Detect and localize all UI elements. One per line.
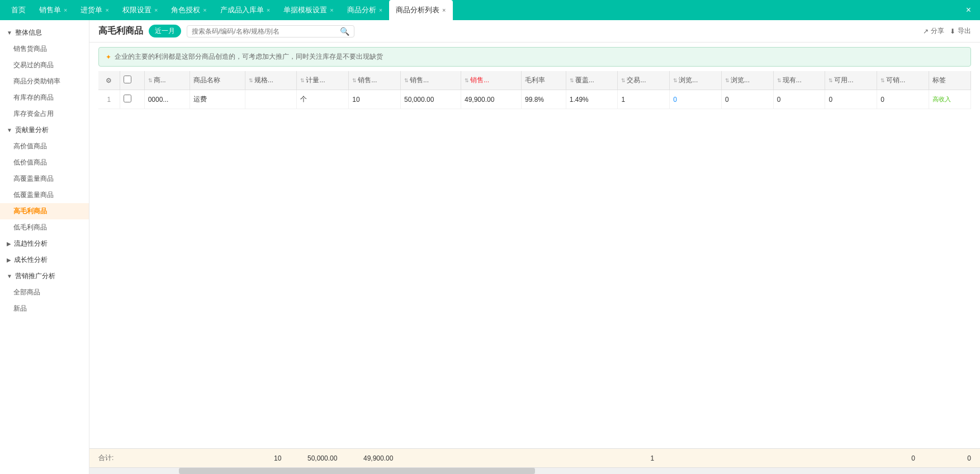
scrollbar-thumb[interactable] (179, 468, 535, 474)
row-available-stock: 0 (825, 90, 877, 109)
col-name[interactable]: 商品名称 (190, 71, 245, 90)
sort-icon-browse2: ⇅ (725, 78, 730, 83)
row-checkbox[interactable] (120, 90, 144, 109)
nav-home[interactable]: 首页 (4, 0, 32, 20)
sidebar-item-low-value[interactable]: 低价值商品 (0, 154, 89, 171)
col-sales-profit[interactable]: ⇅销售... (461, 71, 522, 90)
col-sales-amount[interactable]: ⇅销售... (400, 71, 461, 90)
footer-label: 合计: (98, 453, 113, 463)
sidebar-group-growth[interactable]: ▶ 成长性分析 (0, 252, 89, 268)
row-sales-qty: 10 (349, 90, 401, 109)
col-settings[interactable]: ⚙ (98, 71, 120, 90)
col-sellable[interactable]: ⇅可销... (877, 71, 929, 90)
select-all-checkbox[interactable] (124, 76, 131, 83)
settings-icon[interactable]: ⚙ (106, 77, 112, 85)
sort-icon-code: ⇅ (148, 78, 153, 83)
col-tag[interactable]: 标签 (929, 71, 970, 90)
sort-icon-browse1: ⇅ (673, 78, 678, 83)
close-role-auth[interactable]: × (203, 7, 206, 13)
nav-product-analysis-list[interactable]: 商品分析列表 × (389, 0, 452, 20)
info-banner: ✦ 企业的主要的利润都是这部分商品创造的，可考虑加大推广，同时关注库存是不要出现… (98, 47, 971, 67)
row-coverage: 1.49% (566, 90, 618, 109)
footer-sales-qty: 10 (236, 454, 281, 462)
close-product-inbound[interactable]: × (267, 7, 270, 13)
sidebar-item-stock-capital[interactable]: 库存资金占用 (0, 106, 89, 122)
close-sales-order[interactable]: × (64, 7, 67, 13)
sidebar-item-new-goods[interactable]: 新品 (0, 301, 89, 317)
sort-icon-transaction: ⇅ (621, 78, 626, 83)
close-purchase-order[interactable]: × (105, 7, 108, 13)
row-tag: 高收入 (929, 90, 970, 109)
sort-icon-available-stock: ⇅ (828, 78, 833, 83)
row-num: 1 (98, 90, 120, 109)
sidebar-group-marketing[interactable]: ▼ 营销推广分析 (0, 268, 89, 284)
row-sellable: 0 (877, 90, 929, 109)
close-product-analysis[interactable]: × (379, 7, 382, 13)
col-transaction[interactable]: ⇅交易... (618, 71, 670, 90)
main-layout: ▼ 整体信息 销售货商品 交易过的商品 商品分类助销率 有库存的商品 库存资金占… (0, 20, 980, 474)
nav-permission-settings[interactable]: 权限设置 × (116, 0, 164, 20)
share-button[interactable]: ↗ 分享 (923, 26, 944, 36)
sort-icon-spec: ⇅ (249, 78, 253, 83)
product-table: ⚙ ⇅商... 商品名称 ⇅规格... ⇅计量... ⇅销售... ⇅销售...… (98, 71, 971, 109)
col-browse1[interactable]: ⇅浏览... (670, 71, 722, 90)
row-spec (245, 90, 297, 109)
nav-product-analysis[interactable]: 商品分析 × (340, 0, 389, 20)
col-current-stock[interactable]: ⇅现有... (773, 71, 825, 90)
nav-sales-order[interactable]: 销售单 × (32, 0, 74, 20)
sort-icon-current-stock: ⇅ (777, 78, 782, 83)
sidebar-group-contribution[interactable]: ▼ 贡献量分析 (0, 122, 89, 138)
sidebar-item-low-coverage[interactable]: 低覆盖量商品 (0, 187, 89, 203)
sidebar-item-high-margin[interactable]: 高毛利商品 (0, 203, 89, 219)
arrow-flow: ▶ (7, 241, 11, 247)
content-header: 高毛利商品 近一月 🔍 ↗ 分享 ⬇ 导出 (89, 20, 980, 43)
sort-icon-unit: ⇅ (300, 78, 305, 83)
col-unit[interactable]: ⇅计量... (297, 71, 349, 90)
col-spec[interactable]: ⇅规格... (245, 71, 297, 90)
sidebar-item-category-rate[interactable]: 商品分类助销率 (0, 73, 89, 90)
close-product-analysis-list[interactable]: × (442, 7, 446, 13)
export-button[interactable]: ⬇ 导出 (950, 26, 971, 36)
col-code[interactable]: ⇅商... (144, 71, 190, 90)
horizontal-scrollbar[interactable] (89, 467, 980, 474)
close-permission-settings[interactable]: × (154, 7, 158, 13)
col-gross-margin[interactable]: 毛利率 (522, 71, 566, 90)
sidebar-item-high-coverage[interactable]: 高覆盖量商品 (0, 171, 89, 187)
sidebar-item-sales-goods[interactable]: 销售货商品 (0, 41, 89, 57)
col-browse2[interactable]: ⇅浏览... (721, 71, 773, 90)
sidebar-item-all-goods[interactable]: 全部商品 (0, 284, 89, 301)
row-gross-margin: 99.8% (522, 90, 566, 109)
close-template-settings[interactable]: × (330, 7, 333, 13)
header-actions: ↗ 分享 ⬇ 导出 (923, 26, 971, 36)
sidebar-item-in-stock[interactable]: 有库存的商品 (0, 90, 89, 106)
arrow-overall: ▼ (7, 30, 12, 36)
sidebar: ▼ 整体信息 销售货商品 交易过的商品 商品分类助销率 有库存的商品 库存资金占… (0, 20, 89, 474)
search-box: 🔍 (187, 25, 354, 37)
nav-product-inbound[interactable]: 产成品入库单 × (214, 0, 277, 20)
nav-role-auth[interactable]: 角色授权 × (164, 0, 213, 20)
row-name: 运费 (190, 90, 245, 109)
sidebar-item-traded-goods[interactable]: 交易过的商品 (0, 57, 89, 73)
nav-template-settings[interactable]: 单据模板设置 × (277, 0, 340, 20)
col-coverage[interactable]: ⇅覆盖... (566, 71, 618, 90)
search-icon[interactable]: 🔍 (340, 27, 349, 36)
search-input[interactable] (192, 27, 340, 35)
col-sales-qty[interactable]: ⇅销售... (349, 71, 401, 90)
footer-sales-profit: 49,900.00 (348, 454, 393, 462)
table-container[interactable]: ⚙ ⇅商... 商品名称 ⇅规格... ⇅计量... ⇅销售... ⇅销售...… (89, 71, 980, 448)
sidebar-item-high-value[interactable]: 高价值商品 (0, 138, 89, 154)
nav-purchase-order[interactable]: 进货单 × (74, 0, 115, 20)
sidebar-item-low-margin[interactable]: 低毛利商品 (0, 219, 89, 236)
col-available-stock[interactable]: ⇅可用... (825, 71, 877, 90)
sidebar-group-overall[interactable]: ▼ 整体信息 (0, 25, 89, 41)
info-icon: ✦ (106, 53, 111, 61)
row-browse2: 0 (721, 90, 773, 109)
filter-recent-month[interactable]: 近一月 (149, 25, 181, 37)
close-all-tabs[interactable]: × (962, 5, 976, 15)
sort-icon-sales-amount: ⇅ (404, 78, 409, 83)
row-browse1[interactable]: 0 (670, 90, 722, 109)
footer-transaction: 1 (609, 454, 654, 462)
arrow-marketing: ▼ (7, 273, 12, 279)
sidebar-group-flow[interactable]: ▶ 流趋性分析 (0, 236, 89, 252)
sort-icon-coverage: ⇅ (570, 78, 574, 83)
